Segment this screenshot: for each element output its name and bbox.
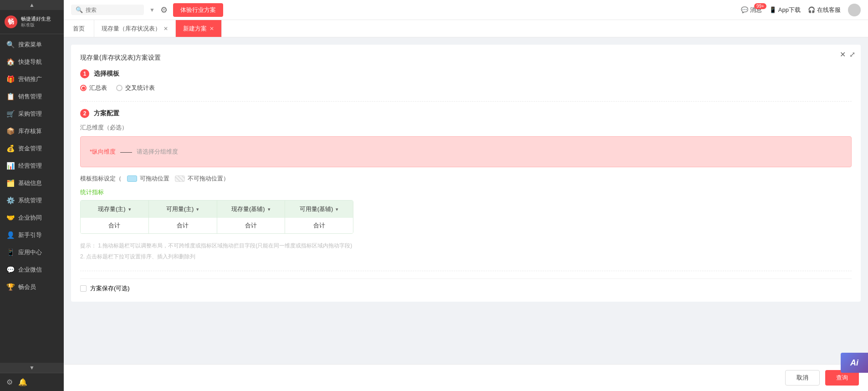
topbar-chevron[interactable]: ▼ xyxy=(149,7,155,13)
dimension-required: *纵向维度 xyxy=(90,148,116,156)
sidebar-item-marketing[interactable]: 🎁 营销推广 xyxy=(0,71,64,88)
wechat-icon: 💬 xyxy=(6,266,15,274)
template-radio-group: 汇总表 交叉统计表 xyxy=(80,84,852,92)
topbar-right: 💬 消息 99+ 📱 App下载 🎧 在线客服 xyxy=(741,4,861,16)
radio-summary[interactable]: 汇总表 xyxy=(80,84,107,92)
dimension-label: 汇总维度（必选） xyxy=(80,123,852,132)
tab-inventory-status[interactable]: 现存量（库存状况表） ✕ xyxy=(94,20,176,37)
home-icon: 🏠 xyxy=(6,58,15,66)
sidebar-item-sales[interactable]: 📋 销售管理 xyxy=(0,88,64,105)
download-icon: 📱 xyxy=(769,6,776,13)
close-inventory-tab[interactable]: ✕ xyxy=(163,26,168,32)
app-download-button[interactable]: 📱 App下载 xyxy=(769,6,801,14)
message-badge: 99+ xyxy=(754,3,766,9)
hints-section: 提示： 1.拖动标题栏可以调整布局，不可跨维度或指标区域拖动拦目字段(只能在同一… xyxy=(80,241,852,262)
non-draggable-box xyxy=(175,175,185,182)
expand-panel-button[interactable]: ⤢ xyxy=(849,50,855,59)
col-header-4[interactable]: 可用量(基辅) ▾ xyxy=(285,201,353,218)
sidebar-item-finance[interactable]: 💰 资金管理 xyxy=(0,140,64,157)
radio-cross[interactable]: 交叉统计表 xyxy=(116,84,155,92)
dimension-selector[interactable]: *纵向维度 —— 请选择分组维度 xyxy=(80,136,852,167)
radio-cross-circle xyxy=(116,85,123,91)
col-body-1: 合计 xyxy=(81,218,149,233)
col4-chevron[interactable]: ▾ xyxy=(336,206,338,212)
col3-chevron[interactable]: ▾ xyxy=(268,206,271,212)
sidebar-item-corp[interactable]: 🤝 企业协同 xyxy=(0,209,64,226)
sidebar-nav: 🔍 搜索菜单 🏠 快捷导航 🎁 营销推广 📋 销售管理 🛒 采购管理 📦 库存核… xyxy=(0,34,64,363)
step2-section: 2 方案配置 汇总维度（必选） *纵向维度 —— 请选择分组维度 模板指标设定（… xyxy=(80,109,852,262)
topbar-settings-icon[interactable]: ⚙ xyxy=(160,5,168,15)
close-new-plan-tab[interactable]: ✕ xyxy=(209,26,214,32)
folder-icon: 🗂️ xyxy=(6,179,15,187)
sidebar-item-quick-nav[interactable]: 🏠 快捷导航 xyxy=(0,53,64,71)
search-input[interactable] xyxy=(86,7,131,13)
sidebar-scroll-down[interactable]: ▼ xyxy=(0,363,64,373)
message-button[interactable]: 💬 消息 99+ xyxy=(741,6,762,14)
draggable-box xyxy=(127,175,137,182)
save-label: 方案保存(可选) xyxy=(90,284,130,293)
col1-chevron[interactable]: ▾ xyxy=(128,206,131,212)
step-divider-2 xyxy=(80,271,852,271)
customer-service-button[interactable]: 🎧 在线客服 xyxy=(808,6,841,14)
logo-text: 畅捷通好生意 标准版 xyxy=(21,15,51,28)
dimension-arrow: —— xyxy=(120,149,132,155)
tabs-bar: 首页 现存量（库存状况表） ✕ 新建方案 ✕ xyxy=(64,20,868,37)
hint-2: 2. 点击标题栏下拉可设置排序、插入列和删除列 xyxy=(80,252,852,262)
customer-service-label: 在线客服 xyxy=(817,6,841,14)
step2-number: 2 xyxy=(80,109,89,118)
sound-icon[interactable]: 🔔 xyxy=(18,378,27,386)
sidebar-scroll-up[interactable]: ▲ xyxy=(0,0,64,10)
non-draggable-label: 不可拖动位置） xyxy=(188,175,229,183)
user-avatar[interactable] xyxy=(848,4,861,16)
sidebar-item-inventory[interactable]: 📦 库存核算 xyxy=(0,123,64,140)
step2-label: 方案配置 xyxy=(94,109,119,118)
close-panel-button[interactable]: ✕ xyxy=(840,50,846,59)
search-menu-icon: 🔍 xyxy=(6,41,15,49)
ai-fab-button[interactable]: Ai xyxy=(841,353,868,373)
chart-icon: 📊 xyxy=(6,162,15,170)
sidebar-footer: ⚙ 🔔 xyxy=(0,373,64,391)
stats-table-body: 合计 合计 合计 合计 xyxy=(81,218,353,233)
col-header-2[interactable]: 可用量(主) ▾ xyxy=(149,201,217,218)
sidebar-item-member[interactable]: 🏆 畅会员 xyxy=(0,278,64,296)
radio-summary-circle xyxy=(80,85,87,91)
sidebar: ▲ 畅 畅捷通好生意 标准版 🔍 搜索菜单 🏠 快捷导航 🎁 营销推广 📋 销售… xyxy=(0,0,64,391)
col-header-1[interactable]: 现存量(主) ▾ xyxy=(81,201,149,218)
save-checkbox[interactable] xyxy=(80,285,87,292)
sidebar-item-newbie[interactable]: 👤 新手引导 xyxy=(0,226,64,244)
sidebar-item-operations[interactable]: 📊 经营管理 xyxy=(0,157,64,175)
app-download-label: App下载 xyxy=(778,6,801,14)
sidebar-item-system[interactable]: ⚙️ 系统管理 xyxy=(0,192,64,209)
col-header-3[interactable]: 现存量(基辅) ▾ xyxy=(217,201,286,218)
step-divider-1 xyxy=(80,101,852,102)
mobile-icon: 📱 xyxy=(6,248,15,257)
sidebar-logo: 畅 畅捷通好生意 标准版 xyxy=(0,10,64,34)
draggable-indicator: 可拖动位置 xyxy=(127,175,169,183)
sidebar-item-apps[interactable]: 📱 应用中心 xyxy=(0,244,64,261)
trial-button[interactable]: 体验行业方案 xyxy=(173,3,223,17)
tab-new-plan[interactable]: 新建方案 ✕ xyxy=(176,20,222,37)
sidebar-item-basic[interactable]: 🗂️ 基础信息 xyxy=(0,175,64,192)
search-icon: 🔍 xyxy=(76,6,83,13)
col-body-2: 合计 xyxy=(149,218,217,233)
stats-table: 现存量(主) ▾ 可用量(主) ▾ 现存量(基辅) ▾ xyxy=(80,200,353,234)
draggable-label: 可拖动位置 xyxy=(140,175,169,183)
save-section: 方案保存(可选) xyxy=(80,278,852,293)
sidebar-item-search-menu[interactable]: 🔍 搜索菜单 xyxy=(0,36,64,53)
indicator-settings-prefix: 模板指标设定（ xyxy=(80,175,122,183)
dimension-placeholder: 请选择分组维度 xyxy=(137,148,178,156)
settings-footer-icon[interactable]: ⚙ xyxy=(6,378,13,386)
cancel-button[interactable]: 取消 xyxy=(785,370,820,386)
search-box[interactable]: 🔍 xyxy=(71,5,144,15)
tab-home[interactable]: 首页 xyxy=(64,20,94,37)
col-body-3: 合计 xyxy=(217,218,286,233)
sidebar-item-purchase[interactable]: 🛒 采购管理 xyxy=(0,105,64,123)
sidebar-item-wechat[interactable]: 💬 企业微信 xyxy=(0,261,64,278)
trophy-icon: 🏆 xyxy=(6,283,15,291)
message-icon: 💬 xyxy=(741,6,748,13)
col2-chevron[interactable]: ▾ xyxy=(196,206,199,212)
step1-label: 选择模板 xyxy=(94,70,119,78)
col-body-4: 合计 xyxy=(285,218,353,233)
indicator-settings: 模板指标设定（ 可拖动位置 不可拖动位置） xyxy=(80,175,852,183)
stats-table-header: 现存量(主) ▾ 可用量(主) ▾ 现存量(基辅) ▾ xyxy=(81,201,353,218)
